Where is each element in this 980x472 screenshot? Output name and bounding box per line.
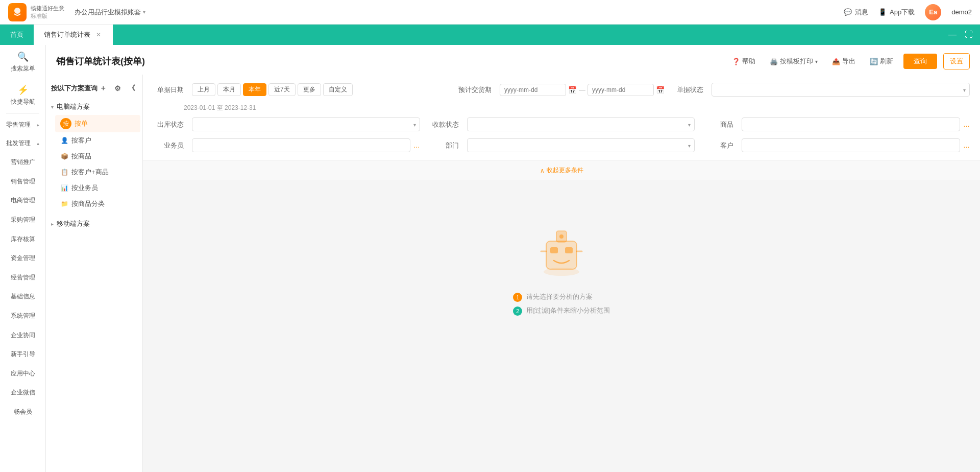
user-name[interactable]: demo2 bbox=[951, 8, 972, 16]
download-icon: 📱 bbox=[878, 8, 887, 16]
tab-sales-order-stats[interactable]: 销售订单统计表 ✕ bbox=[34, 25, 113, 45]
avatar[interactable]: Ea bbox=[925, 4, 941, 20]
product-input-wrap: … bbox=[742, 117, 970, 131]
tab-minimize-btn[interactable]: — bbox=[945, 28, 960, 42]
logo-icon bbox=[8, 3, 27, 21]
sidebar-item-enterprise[interactable]: 企业协同 bbox=[3, 326, 42, 345]
filter-row-3: 业务员 … 部门 ▾ 客户 bbox=[153, 138, 970, 152]
sidebar-item-quick-nav[interactable]: ⚡ 快捷导航 bbox=[3, 79, 42, 111]
scheme-by-salesperson[interactable]: 📊 按业务员 bbox=[55, 180, 140, 196]
quick-nav-icon: ⚡ bbox=[17, 84, 29, 96]
expected-delivery-from-input[interactable] bbox=[500, 84, 566, 96]
page-header: 销售订单统计表(按单) ❓ 帮助 🖨️ 按模板打印 ▾ 📤 导出 🔄 刷新 bbox=[46, 45, 980, 75]
delivery-status-select[interactable] bbox=[192, 117, 420, 131]
payment-status-label: 收款状态 bbox=[428, 120, 459, 129]
svg-point-6 bbox=[559, 234, 564, 239]
bill-status-select[interactable] bbox=[712, 83, 970, 97]
product-more-icon[interactable]: … bbox=[963, 121, 970, 128]
calendar-from-icon[interactable]: 📅 bbox=[568, 86, 577, 94]
tree-expand-icon: ▾ bbox=[51, 104, 54, 110]
sidebar-item-inventory[interactable]: 库存核算 bbox=[3, 230, 42, 249]
collapse-bar[interactable]: ∧ 收起更多条件 bbox=[143, 161, 980, 180]
export-btn[interactable]: 📤 导出 bbox=[828, 55, 860, 68]
message-action[interactable]: 💬 消息 bbox=[844, 8, 868, 17]
sidebar-item-system[interactable]: 系统管理 bbox=[3, 307, 42, 325]
app-selector[interactable]: 办公用品行业模拟账套 ▾ bbox=[70, 6, 150, 19]
department-select[interactable] bbox=[467, 138, 695, 152]
sidebar-item-operations[interactable]: 经营管理 bbox=[3, 269, 42, 287]
scheme-by-product-category[interactable]: 📁 按商品分类 bbox=[55, 196, 140, 211]
product-scheme-icon: 📦 bbox=[60, 153, 68, 160]
tab-maximize-btn[interactable]: ⛶ bbox=[962, 28, 976, 42]
right-panel: 单据日期 上月 本月 本年 近7天 更多 自定义 预计交货期 bbox=[143, 75, 980, 472]
product-input[interactable] bbox=[742, 117, 960, 131]
print-template-btn[interactable]: 🖨️ 按模板打印 ▾ bbox=[766, 55, 822, 68]
sidebar-item-member[interactable]: 畅会员 bbox=[3, 403, 42, 421]
refresh-btn[interactable]: 🔄 刷新 bbox=[866, 55, 897, 68]
sidebar-item-newcomer[interactable]: 新手引导 bbox=[3, 345, 42, 364]
empty-tip-2: 2 用[过滤]条件来缩小分析范围 bbox=[513, 306, 609, 316]
page-actions: ❓ 帮助 🖨️ 按模板打印 ▾ 📤 导出 🔄 刷新 查询 设置 bbox=[728, 53, 970, 69]
sidebar-item-retail[interactable]: 零售管理 ▸ bbox=[0, 116, 45, 134]
sidebar-item-sales[interactable]: 销售管理 bbox=[3, 173, 42, 191]
bill-status-wrap: ▾ bbox=[712, 83, 970, 97]
salesperson-input[interactable] bbox=[192, 138, 410, 152]
calendar-to-icon[interactable]: 📅 bbox=[656, 86, 665, 94]
settings-btn[interactable]: 设置 bbox=[943, 53, 970, 69]
sidebar-item-app-center[interactable]: 应用中心 bbox=[3, 365, 42, 383]
panel-header: 按以下方案查询 ＋ ⚙ 《 bbox=[46, 80, 142, 97]
left-panel: 按以下方案查询 ＋ ⚙ 《 ▾ 电脑端方案 按 按 bbox=[46, 75, 143, 472]
filter-row-2: 出库状态 ▾ 收款状态 ▾ bbox=[153, 117, 970, 131]
sidebar-item-finance[interactable]: 资金管理 bbox=[3, 249, 42, 268]
payment-status-select[interactable] bbox=[467, 117, 695, 131]
sidebar-item-purchase[interactable]: 采购管理 bbox=[3, 211, 42, 229]
svg-rect-4 bbox=[565, 247, 573, 253]
date-btn-last-7-days[interactable]: 近7天 bbox=[268, 83, 296, 96]
sidebar-item-wholesale[interactable]: 批发管理 ▴ bbox=[0, 134, 45, 153]
scheme-by-customer[interactable]: 👤 按客户 bbox=[55, 133, 140, 148]
collapse-panel-btn[interactable]: 《 bbox=[126, 83, 137, 94]
help-btn[interactable]: ❓ 帮助 bbox=[728, 55, 760, 68]
top-bar-right: 💬 消息 📱 App下载 Ea demo2 bbox=[844, 4, 972, 20]
customer-label: 客户 bbox=[703, 141, 733, 150]
content-area: 销售订单统计表(按单) ❓ 帮助 🖨️ 按模板打印 ▾ 📤 导出 🔄 刷新 bbox=[46, 45, 980, 472]
delivery-status-wrap: ▾ bbox=[192, 117, 420, 131]
salesperson-more-icon[interactable]: … bbox=[413, 141, 420, 149]
salesperson-scheme-icon: 📊 bbox=[60, 184, 68, 192]
date-label: 单据日期 bbox=[153, 85, 184, 95]
query-btn[interactable]: 查询 bbox=[903, 54, 937, 69]
customer-input[interactable] bbox=[742, 138, 960, 152]
page-title: 销售订单统计表(按单) bbox=[56, 55, 145, 67]
filter-row-1: 单据日期 上月 本月 本年 近7天 更多 自定义 预计交货期 bbox=[153, 83, 970, 97]
sidebar-item-ecommerce[interactable]: 电商管理 bbox=[3, 192, 42, 210]
add-scheme-btn[interactable]: ＋ bbox=[97, 83, 109, 94]
expected-delivery-label: 预计交货期 bbox=[458, 85, 492, 95]
date-btn-custom[interactable]: 自定义 bbox=[323, 83, 353, 96]
expected-delivery-to-input[interactable] bbox=[587, 84, 654, 96]
date-btn-current-year[interactable]: 本年 bbox=[243, 83, 266, 96]
desktop-section: ▾ 电脑端方案 按 按单 👤 按客户 📦 bbox=[46, 97, 142, 214]
sidebar-item-basic-info[interactable]: 基础信息 bbox=[3, 288, 42, 306]
logo-text: 畅捷通好生意 标准版 bbox=[31, 5, 64, 19]
sidebar-item-search-menu[interactable]: 🔍 搜索菜单 bbox=[3, 46, 42, 78]
customer-more-icon[interactable]: … bbox=[963, 141, 970, 149]
tree-parent-desktop[interactable]: ▾ 电脑端方案 bbox=[46, 99, 142, 114]
sidebar: 🔍 搜索菜单 ⚡ 快捷导航 零售管理 ▸ 批发管理 ▴ 营销推广 销售管理 电商… bbox=[0, 45, 46, 472]
scheme-by-order[interactable]: 按 按单 bbox=[55, 115, 140, 132]
tab-home[interactable]: 首页 bbox=[0, 25, 34, 45]
sidebar-item-enterprise-wechat[interactable]: 企业微信 bbox=[3, 384, 42, 402]
app-download-action[interactable]: 📱 App下载 bbox=[878, 8, 915, 17]
tab-close-icon[interactable]: ✕ bbox=[94, 31, 103, 39]
scheme-by-product[interactable]: 📦 按商品 bbox=[55, 149, 140, 164]
date-btn-more[interactable]: 更多 bbox=[298, 83, 321, 96]
scheme-by-customer-product[interactable]: 📋 按客户+商品 bbox=[55, 164, 140, 180]
chevron-up-icon: ▴ bbox=[37, 140, 39, 147]
customer-product-scheme-icon: 📋 bbox=[60, 169, 68, 176]
message-icon: 💬 bbox=[844, 8, 852, 16]
date-btn-current-month[interactable]: 本月 bbox=[217, 83, 241, 96]
edit-scheme-btn[interactable]: ⚙ bbox=[112, 83, 123, 94]
empty-tip-1: 1 请先选择要分析的方案 bbox=[513, 292, 609, 302]
tree-parent-mobile[interactable]: ▸ 移动端方案 bbox=[46, 216, 142, 231]
sidebar-item-marketing[interactable]: 营销推广 bbox=[3, 153, 42, 172]
date-btn-last-month[interactable]: 上月 bbox=[192, 83, 215, 96]
